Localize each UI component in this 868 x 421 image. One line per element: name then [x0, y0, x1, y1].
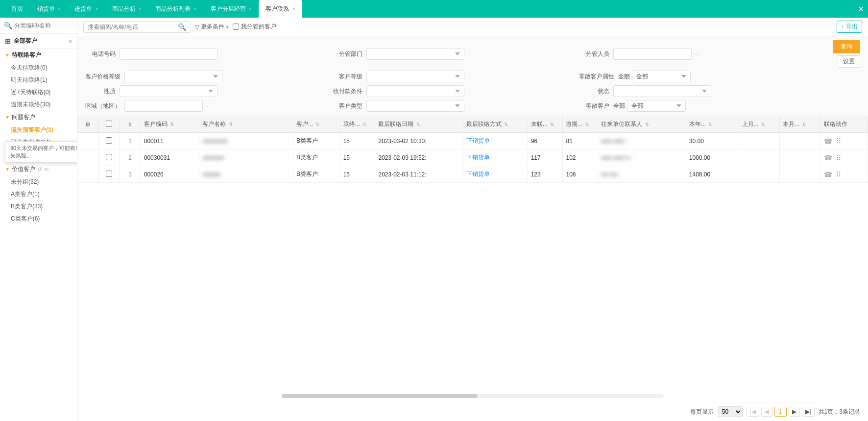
- filter-dept-select[interactable]: [366, 48, 464, 60]
- filter-search-icon[interactable]: 🔍: [178, 23, 186, 31]
- sidebar-item-churn-warning[interactable]: 流失预警客户(3): [0, 124, 77, 136]
- col-last-month[interactable]: 上月... ⇅: [739, 116, 780, 133]
- col-this-year[interactable]: 本年... ⇅: [686, 116, 739, 133]
- select-all-checkbox[interactable]: [106, 121, 112, 127]
- row-3-uncontact: 123: [528, 166, 563, 183]
- query-button[interactable]: 查询: [833, 40, 860, 53]
- sidebar-item-a-class[interactable]: A类客户(1): [0, 188, 77, 200]
- row-3-contact-icon[interactable]: ☎: [824, 171, 832, 178]
- sidebar-group-problem[interactable]: ▼ 问题客户: [0, 111, 77, 124]
- settings-button[interactable]: 设置: [838, 55, 860, 68]
- sidebar-item-7days[interactable]: 近7天待联络(0): [0, 86, 77, 99]
- page-info: 共1页，3条记录: [819, 408, 860, 416]
- row-3-more-icon[interactable]: ⠿: [836, 171, 841, 178]
- export-button[interactable]: ↑ 导出: [837, 21, 862, 33]
- col-un-contact[interactable]: 未联... ⇅: [528, 116, 563, 133]
- row-2-contact-icon[interactable]: ☎: [824, 154, 832, 162]
- sidebar-item-ungrouped[interactable]: 未分组(32): [0, 176, 77, 188]
- filter-search-input[interactable]: [88, 24, 176, 30]
- row-2-checkbox[interactable]: [106, 154, 112, 160]
- filter-phone-input[interactable]: [120, 48, 217, 60]
- my-customers-checkbox[interactable]: [233, 24, 239, 30]
- filter-payment: 收付款条件: [332, 85, 579, 97]
- col-overdue[interactable]: 逾期... ⇅: [563, 116, 598, 133]
- manager-dots-icon[interactable]: ···: [692, 50, 702, 57]
- row-3-way-link[interactable]: 下销货单: [466, 171, 490, 177]
- sidebar-item-b-class[interactable]: B类客户(33): [0, 200, 77, 213]
- row-1-more-icon[interactable]: ⠿: [836, 137, 841, 145]
- current-page-btn[interactable]: 1: [774, 407, 787, 417]
- filter-region-input[interactable]: [124, 100, 203, 112]
- filter-nature-select[interactable]: [120, 85, 217, 97]
- filter-price-level-select[interactable]: [124, 71, 222, 82]
- filter-retail-cust-select[interactable]: 全部: [627, 100, 686, 112]
- edit-icon[interactable]: ✏: [44, 166, 49, 173]
- close-saleslip-icon[interactable]: ×: [58, 6, 61, 12]
- col-this-month[interactable]: 本月... ⇅: [780, 116, 821, 133]
- sidebar-all-customers[interactable]: ⊞ 全部客户 «: [0, 34, 77, 49]
- sidebar-search-input[interactable]: [14, 22, 73, 29]
- close-all-icon[interactable]: ✕: [858, 4, 864, 14]
- sidebar-item-overdue-contact[interactable]: 逾期未联络(30): [0, 99, 77, 111]
- row-3-overdue: 108: [563, 166, 598, 183]
- region-dots-icon[interactable]: ···: [203, 102, 214, 109]
- col-unit-contact[interactable]: 往来单位联系人 ⇅: [598, 116, 686, 133]
- row-3-last-contact-date: 2023-02-03 11:12:: [375, 166, 463, 183]
- row-1-checkbox[interactable]: [106, 137, 112, 144]
- row-2-name: ■■■■■■: [199, 149, 293, 166]
- close-customer-contact-icon[interactable]: ×: [292, 6, 295, 12]
- close-analysis-list-icon[interactable]: ×: [193, 6, 196, 12]
- col-last-contact-date[interactable]: 最后联络日期 ⇅: [375, 116, 463, 133]
- row-2-last-contact-way: 下销货单: [463, 149, 528, 166]
- col-code[interactable]: 客户编码 ⇅: [141, 116, 199, 133]
- close-customer-tier-icon[interactable]: ×: [249, 6, 252, 12]
- filter-cust-type-select[interactable]: [366, 100, 464, 112]
- sidebar-item-tomorrow[interactable]: 明天待联络(1): [0, 74, 77, 86]
- refresh-icon[interactable]: ↺: [37, 166, 42, 173]
- sidebar-group-pending[interactable]: ▼ 待联络客户: [0, 49, 77, 62]
- main-layout: 🔍 ⊞ 全部客户 « ▼ 待联络客户 今天待联络(0) 明天待联络(1) 近7天…: [0, 18, 868, 421]
- col-type[interactable]: 客户... ⇅: [293, 116, 340, 133]
- filter-retail-attr-select[interactable]: 全部: [632, 71, 691, 82]
- nav-tab-analysis[interactable]: 商品分析 ×: [105, 0, 148, 18]
- nav-home[interactable]: 首页: [4, 0, 30, 18]
- nav-tab-analysis-list[interactable]: 商品分析列表 ×: [148, 0, 203, 18]
- first-page-btn[interactable]: |◀: [747, 407, 759, 417]
- scrollbar-thumb[interactable]: [282, 394, 478, 398]
- filter-price-level-label: 客户价格等级: [85, 73, 124, 81]
- filter-status-select[interactable]: [613, 85, 711, 97]
- row-3-name: ■■■■■: [199, 166, 293, 183]
- nav-tab-customer-contact[interactable]: 客户联系 ×: [259, 0, 302, 18]
- more-conditions-btn[interactable]: ▽ 更多条件 ▾: [195, 23, 229, 31]
- prev-page-btn[interactable]: ◀: [761, 407, 772, 417]
- next-page-btn[interactable]: ▶: [789, 407, 800, 417]
- filter-manager-input[interactable]: [613, 48, 692, 60]
- row-3-checkbox[interactable]: [106, 171, 112, 177]
- last-page-btn[interactable]: ▶|: [802, 407, 815, 417]
- row-3-this-month: [780, 166, 821, 183]
- nav-tab-customer-tier[interactable]: 客户分层经营 ×: [204, 0, 259, 18]
- row-2-more-icon[interactable]: ⠿: [836, 154, 841, 162]
- col-contact[interactable]: 联络... ⇅: [340, 116, 375, 133]
- row-1-contact-icon[interactable]: ☎: [824, 137, 832, 145]
- col-last-contact-way[interactable]: 最后联络方式 ⇅: [463, 116, 528, 133]
- page-size-select[interactable]: 50 20 100: [718, 406, 743, 417]
- nav-tab-saleslip[interactable]: 销货单 ×: [30, 0, 68, 18]
- nav-tab-purchase[interactable]: 进货单 ×: [68, 0, 105, 18]
- row-2-way-link[interactable]: 下销货单: [466, 154, 490, 161]
- horizontal-scroll-area[interactable]: [77, 390, 868, 402]
- col-name[interactable]: 客户名称 ⇅: [199, 116, 293, 133]
- row-3-action: ☎ ⠿: [821, 166, 868, 183]
- close-purchase-icon[interactable]: ×: [95, 6, 98, 12]
- filter-cust-type: 客户类型: [332, 100, 579, 112]
- row-1-way-link[interactable]: 下销货单: [466, 137, 490, 144]
- col-checkbox: [98, 116, 120, 133]
- sidebar-item-today[interactable]: 今天待联络(0): [0, 62, 77, 74]
- filter-payment-select[interactable]: [366, 85, 464, 97]
- filter-cust-level-select[interactable]: [366, 71, 464, 82]
- col-settings[interactable]: ⚙: [77, 116, 98, 133]
- close-analysis-icon[interactable]: ×: [139, 6, 142, 12]
- sidebar: 🔍 ⊞ 全部客户 « ▼ 待联络客户 今天待联络(0) 明天待联络(1) 近7天…: [0, 18, 77, 421]
- sidebar-group-value[interactable]: ▼ 价值客户 ↺ ✏: [0, 163, 77, 176]
- sidebar-item-c-class[interactable]: C类客户(6): [0, 213, 77, 225]
